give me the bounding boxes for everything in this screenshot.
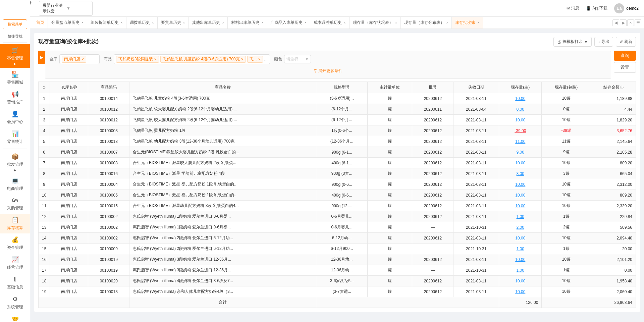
row-qty-main[interactable]: 1.00 <box>499 265 542 276</box>
sidebar-item-basic[interactable]: ℹ 基础信息 <box>0 273 30 293</box>
tab-next-btn[interactable]: ▶ <box>620 19 627 26</box>
tab-diaobao[interactable]: 调拨单历史 × <box>126 17 158 29</box>
tab-cailiao[interactable]: 材料出库单历史 × <box>228 17 267 29</box>
close-icon[interactable]: × <box>477 21 479 24</box>
tab-yaohuo[interactable]: 要货单历史 × <box>158 17 189 29</box>
close-icon[interactable]: × <box>395 21 397 24</box>
sidebar-item-retail-stats[interactable]: 📊 零售统计 <box>0 127 30 147</box>
close-icon[interactable]: × <box>82 21 84 24</box>
row-qty-main[interactable]: 10.00 <box>499 286 542 297</box>
close-icon[interactable]: × <box>305 21 307 24</box>
close-icon[interactable]: × <box>261 21 263 24</box>
tab-menu-btn[interactable]: ☰ <box>635 19 641 26</box>
tab-close-btn[interactable]: × <box>627 19 634 26</box>
close-icon[interactable]: × <box>121 21 123 24</box>
row-qty-main[interactable]: 10.00 <box>499 190 542 201</box>
product-tag-1[interactable]: 飞鹤奶粉3段同提装 × <box>116 56 159 63</box>
close-icon[interactable]: × <box>152 21 154 24</box>
row-warehouse: 南岸门店 <box>50 115 88 125</box>
close-icon[interactable]: × <box>446 21 448 24</box>
row-qty-main[interactable]: 11.00 <box>499 136 542 147</box>
row-index: 2 <box>39 104 50 115</box>
row-qty-main[interactable]: 1.00 <box>499 244 542 254</box>
row-qty-main[interactable]: 10.00 <box>499 179 542 190</box>
row-qty-main[interactable]: 10.00 <box>499 158 542 168</box>
row-index: 18 <box>39 276 50 286</box>
row-qty-main[interactable]: 10.00 <box>499 276 542 286</box>
product-tag-2[interactable]: 飞鹤星飞帆 儿童奶粉 4段(3-6岁适用) 700克 × <box>160 56 246 63</box>
sidebar-item-operation[interactable]: 📈 经营管理 <box>0 253 30 273</box>
warehouse-tag-container[interactable]: 南岸门店 × <box>59 54 100 64</box>
tab-home[interactable]: 首页 <box>33 17 48 29</box>
close-icon[interactable]: × <box>344 21 346 24</box>
tab-kucun-pici[interactable]: 库存批次账 × <box>452 17 483 29</box>
remove-product-tag-2-btn[interactable]: × <box>241 57 244 62</box>
row-qty-main[interactable]: 10.00 <box>499 93 542 104</box>
remove-warehouse-tag-btn[interactable]: × <box>82 57 84 62</box>
filter-toggle-btn[interactable]: ▶ <box>38 51 45 64</box>
row-qty-main[interactable]: 0.00 <box>499 104 542 115</box>
expand-more-btn[interactable]: ⊽ 展开更多条件 <box>49 67 607 75</box>
settings-btn[interactable]: 设置 <box>614 62 636 73</box>
row-warehouse: 南岸门店 <box>50 201 88 211</box>
row-qty-main[interactable]: 10.00 <box>499 233 542 244</box>
row-warehouse: 南岸门店 <box>50 147 88 158</box>
tab-xiancunliang2[interactable]: 现存量（库存分布表） × <box>401 17 452 29</box>
account-dropdown[interactable]: 母婴行业演示账套 ▼ <box>39 1 93 16</box>
tab-zuzhuang[interactable]: 组装拆卸单历史 × <box>87 17 126 29</box>
search-menu-btn[interactable]: 搜索菜单 <box>3 19 27 29</box>
row-qty-main[interactable]: 9.00 <box>499 147 542 158</box>
sidebar-item-inventory[interactable]: 📋 库存核算 <box>0 214 30 233</box>
sidebar-item-system[interactable]: ⚙ 系统管理 <box>0 293 30 313</box>
row-qty-main[interactable]: -39.00 <box>499 125 542 136</box>
sidebar-item-wholesale[interactable]: 📦 批发管理 ▶ <box>0 150 30 174</box>
query-btn[interactable]: 查询 <box>614 51 636 61</box>
row-name: 惠氏启智 (Wyeth illuma) 1段奶粉 爱尔兰进口 0-6月婴... <box>129 222 316 233</box>
row-qty-main[interactable]: 10.00 <box>499 115 542 125</box>
tab-xiancunliang1[interactable]: 现存量（库存状况表） × <box>350 17 401 29</box>
sidebar-item-ecommerce[interactable]: 💻 电商管理 <box>0 174 30 194</box>
tab-qitachuku[interactable]: 其他出库单历史 × <box>189 17 228 29</box>
tab-chengben[interactable]: 成本调整单历史 × <box>310 17 350 29</box>
balance-info-icon[interactable]: ⓘ <box>620 86 624 89</box>
user-info[interactable]: Ea demo2 <box>614 3 639 13</box>
sidebar-item-retail-shop[interactable]: 🏪 零售商城 <box>0 68 30 88</box>
row-qty-main[interactable]: 3.00 <box>499 168 542 179</box>
sidebar-item-finance[interactable]: 💰 资金管理 <box>0 233 30 253</box>
col-settings[interactable]: ⚙ <box>39 82 50 93</box>
row-index: 17 <box>39 265 50 276</box>
tab-chanpin[interactable]: 产成品入库单历史 × <box>267 17 310 29</box>
row-qty-main[interactable]: 10.00 <box>499 254 542 265</box>
row-qty-main[interactable]: 10.00 <box>499 201 542 211</box>
table-row: 13 南岸门店 00100002 惠氏启智 (Wyeth illuma) 1段奶… <box>39 222 636 233</box>
row-qty-main[interactable]: 2.00 <box>499 222 542 233</box>
warehouse-tag[interactable]: 南岸门店 × <box>62 56 86 63</box>
tab-prev-btn[interactable]: ◀ <box>612 19 619 26</box>
remove-product-tag-3-btn[interactable]: × <box>258 57 261 62</box>
sidebar-item-member[interactable]: 👤 会员中心 <box>0 108 30 127</box>
product-tag-3[interactable]: 飞... × <box>247 56 263 63</box>
refresh-btn[interactable]: ↺ 刷新 <box>616 37 636 47</box>
row-qty-main[interactable]: 1.00 <box>499 211 542 222</box>
export-btn[interactable]: ↓ 导出 <box>594 37 613 47</box>
product-more-icon[interactable]: ... <box>264 57 268 62</box>
close-icon[interactable]: × <box>222 21 224 24</box>
system-icon: ⚙ <box>12 296 18 303</box>
row-code: 00100020 <box>88 276 129 286</box>
quick-nav-label[interactable]: 快捷导航 <box>0 32 30 41</box>
color-filter-container[interactable]: 请选择 ▼ <box>284 55 311 63</box>
product-tag-container[interactable]: 飞鹤奶粉3段同提装 × 飞鹤星飞帆 儿童奶粉 4段(3-6岁适用) 700克 ×… <box>114 54 270 64</box>
settings-icon[interactable]: ⚙ <box>42 85 46 90</box>
print-btn[interactable]: 🖨 按模板打印 ▼ <box>553 37 592 47</box>
remove-product-tag-1-btn[interactable]: × <box>154 57 157 62</box>
sidebar-item-purchase[interactable]: 🛍 采购管理 <box>0 194 30 214</box>
tab-fenliang[interactable]: 分量盘点单历史 × <box>48 17 87 29</box>
row-name: 合生元(BIOSTIME)派星较大婴儿配方奶粉 2段 乳铁蛋白的... <box>129 147 316 158</box>
close-icon[interactable]: × <box>183 21 185 24</box>
sidebar-item-retail[interactable]: 🛒 零售管理 ▶ <box>0 44 30 68</box>
sidebar-item-marketing[interactable]: 📢 营销推广 <box>0 88 30 108</box>
app-download-btn[interactable]: 📱 App下载 <box>586 5 607 11</box>
row-balance: 2,312.00 <box>591 179 636 190</box>
message-btn[interactable]: ✉ 消息 <box>567 5 579 11</box>
sidebar-item-enterprise[interactable]: 🤝 企业协同 <box>0 313 30 322</box>
